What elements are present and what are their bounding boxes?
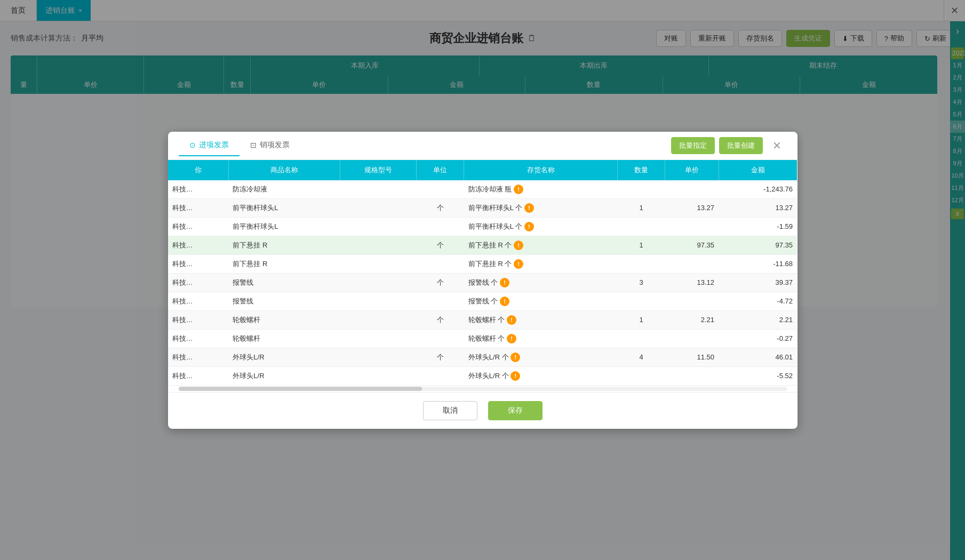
col-product: 商品名称 xyxy=(228,160,340,180)
cell-spec-6 xyxy=(340,292,417,310)
cell-unit-10 xyxy=(417,366,464,385)
invoice-table-body: 科技… 防冻冷却液 防冻冷却液 瓶 ! -1,243.76 科技… 前平衡杆球头… xyxy=(168,180,797,386)
cell-company-5: 科技… xyxy=(168,273,229,292)
cell-amount-2: -1.59 xyxy=(719,217,797,236)
modal-header: ⊙ 进项发票 ⊡ 销项发票 批量指定 批量创建 ✕ xyxy=(168,132,797,160)
cell-company-1: 科技… xyxy=(168,198,229,217)
cell-product-7: 轮毂螺杆 xyxy=(228,310,340,329)
col-qty: 数量 xyxy=(618,160,665,180)
cell-spec-5 xyxy=(340,273,417,292)
warn-icon[interactable]: ! xyxy=(514,185,523,194)
invoice-out-icon: ⊡ xyxy=(250,141,257,149)
table-row[interactable]: 科技… 前下悬挂 R 前下悬挂 R 个 ! -11.68 xyxy=(168,254,797,273)
cell-company-8: 科技… xyxy=(168,329,229,348)
cell-company-4: 科技… xyxy=(168,254,229,273)
cell-inventory-7: 轮毂螺杆 个 ! xyxy=(464,310,618,329)
cell-inventory-0: 防冻冷却液 瓶 ! xyxy=(464,180,618,199)
warn-icon[interactable]: ! xyxy=(507,315,516,325)
warn-icon[interactable]: ! xyxy=(500,297,509,306)
table-scroll-bar[interactable] xyxy=(179,387,787,391)
warn-icon[interactable]: ! xyxy=(524,203,534,213)
cell-spec-10 xyxy=(340,366,417,385)
table-row[interactable]: 科技… 防冻冷却液 防冻冷却液 瓶 ! -1,243.76 xyxy=(168,180,797,199)
cell-inventory-10: 外球头L/R 个 ! xyxy=(464,366,618,385)
cell-qty-6 xyxy=(618,292,665,310)
cell-product-9: 外球头L/R xyxy=(228,348,340,366)
cell-amount-5: 39.37 xyxy=(719,273,797,292)
tab-invoice-out[interactable]: ⊡ 销项发票 xyxy=(240,135,300,156)
cell-unit-7: 个 xyxy=(417,310,464,329)
table-row[interactable]: 科技… 前下悬挂 R 个 前下悬挂 R 个 ! 1 97.35 97.35 xyxy=(168,236,797,254)
cell-inventory-9: 外球头L/R 个 ! xyxy=(464,348,618,366)
cell-price-5: 13.12 xyxy=(665,273,719,292)
table-row[interactable]: 科技… 报警线 个 报警线 个 ! 3 13.12 39.37 xyxy=(168,273,797,292)
cell-company-9: 科技… xyxy=(168,348,229,366)
cell-product-8: 轮毂螺杆 xyxy=(228,329,340,348)
table-row[interactable]: 科技… 报警线 报警线 个 ! -4.72 xyxy=(168,292,797,310)
cell-price-9: 11.50 xyxy=(665,348,719,366)
cell-unit-2 xyxy=(417,217,464,236)
cell-inventory-5: 报警线 个 ! xyxy=(464,273,618,292)
cell-unit-3: 个 xyxy=(417,236,464,254)
cell-company-0: 科技… xyxy=(168,180,229,199)
cell-price-1: 13.27 xyxy=(665,198,719,217)
cell-spec-4 xyxy=(340,254,417,273)
table-row[interactable]: 科技… 轮毂螺杆 轮毂螺杆 个 ! -0.27 xyxy=(168,329,797,348)
cell-qty-2 xyxy=(618,217,665,236)
cell-unit-5: 个 xyxy=(417,273,464,292)
tab-invoice-in[interactable]: ⊙ 进项发票 xyxy=(179,135,240,156)
cancel-button[interactable]: 取消 xyxy=(423,401,477,420)
table-row[interactable]: 科技… 外球头L/R 个 外球头L/R 个 ! 4 11.50 46.01 xyxy=(168,348,797,366)
cell-product-1: 前平衡杆球头L xyxy=(228,198,340,217)
cell-unit-4 xyxy=(417,254,464,273)
warn-icon[interactable]: ! xyxy=(524,222,534,231)
col-price: 单价 xyxy=(665,160,719,180)
warn-icon[interactable]: ! xyxy=(500,278,509,287)
cell-qty-9: 4 xyxy=(618,348,665,366)
modal-close-button[interactable]: ✕ xyxy=(767,139,787,152)
warn-icon[interactable]: ! xyxy=(514,259,523,269)
modal-tab-group: ⊙ 进项发票 ⊡ 销项发票 xyxy=(179,135,300,156)
invoice-in-icon: ⊙ xyxy=(189,141,196,149)
cell-price-0 xyxy=(665,180,719,199)
batch-assign-button[interactable]: 批量指定 xyxy=(671,137,715,154)
table-scroll-thumb[interactable] xyxy=(179,387,422,391)
table-row[interactable]: 科技… 前平衡杆球头L 前平衡杆球头L 个 ! -1.59 xyxy=(168,217,797,236)
cell-price-6 xyxy=(665,292,719,310)
invoice-out-label: 销项发票 xyxy=(260,140,290,150)
modal-overlay: ⊙ 进项发票 ⊡ 销项发票 批量指定 批量创建 ✕ xyxy=(0,0,965,560)
cell-amount-1: 13.27 xyxy=(719,198,797,217)
cell-qty-5: 3 xyxy=(618,273,665,292)
cell-qty-3: 1 xyxy=(618,236,665,254)
cell-spec-3 xyxy=(340,236,417,254)
warn-icon[interactable]: ! xyxy=(511,353,520,362)
cell-unit-1: 个 xyxy=(417,198,464,217)
warn-icon[interactable]: ! xyxy=(511,371,520,381)
cell-product-4: 前下悬挂 R xyxy=(228,254,340,273)
cell-price-10 xyxy=(665,366,719,385)
cell-spec-1 xyxy=(340,198,417,217)
cell-inventory-6: 报警线 个 ! xyxy=(464,292,618,310)
table-row[interactable]: 科技… 外球头L/R 外球头L/R 个 ! -5.52 xyxy=(168,366,797,385)
col-unit: 单位 xyxy=(417,160,464,180)
cell-inventory-3: 前下悬挂 R 个 ! xyxy=(464,236,618,254)
cell-product-6: 报警线 xyxy=(228,292,340,310)
batch-create-button[interactable]: 批量创建 xyxy=(719,137,763,154)
cell-spec-2 xyxy=(340,217,417,236)
cell-qty-7: 1 xyxy=(618,310,665,329)
table-header-row: 你 商品名称 规格型号 单位 存货名称 数量 单价 金额 xyxy=(168,160,797,180)
warn-icon[interactable]: ! xyxy=(514,241,523,250)
cell-spec-7 xyxy=(340,310,417,329)
cell-product-2: 前平衡杆球头L xyxy=(228,217,340,236)
cell-unit-6 xyxy=(417,292,464,310)
col-amount: 金额 xyxy=(719,160,797,180)
warn-icon[interactable]: ! xyxy=(507,334,516,343)
save-button[interactable]: 保存 xyxy=(488,401,543,420)
cell-product-0: 防冻冷却液 xyxy=(228,180,340,199)
cell-price-4 xyxy=(665,254,719,273)
cell-amount-3: 97.35 xyxy=(719,236,797,254)
invoice-table: 你 商品名称 规格型号 单位 存货名称 数量 单价 金额 科技… 防冻冷却液 xyxy=(168,160,797,386)
table-row[interactable]: 科技… 轮毂螺杆 个 轮毂螺杆 个 ! 1 2.21 2.21 xyxy=(168,310,797,329)
invoice-table-container: 你 商品名称 规格型号 单位 存货名称 数量 单价 金额 科技… 防冻冷却液 xyxy=(168,160,797,386)
table-row[interactable]: 科技… 前平衡杆球头L 个 前平衡杆球头L 个 ! 1 13.27 13.27 xyxy=(168,198,797,217)
